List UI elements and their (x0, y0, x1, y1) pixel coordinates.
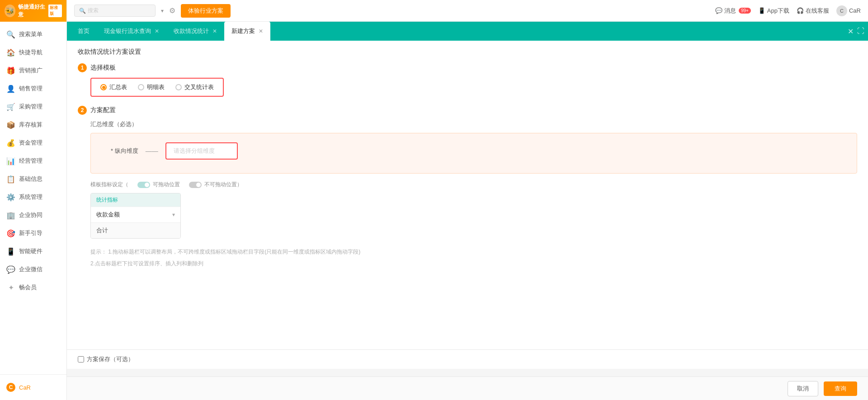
tab-bank-query[interactable]: 现金银行流水查询 ✕ (97, 22, 166, 41)
save-checkbox[interactable] (78, 356, 84, 362)
header-search-placeholder: 搜索 (88, 7, 99, 14)
user-avatar-small: C (836, 5, 847, 16)
legend-not-draggable-label: 不可拖动位置） (204, 181, 242, 188)
radio-detail-btn[interactable] (138, 84, 144, 90)
tab-new-plan[interactable]: 新建方案 ✕ (224, 22, 270, 41)
radio-summary[interactable]: 汇总表 (100, 83, 127, 91)
header-right: 💬 消息 99+ 📱 App下载 🎧 在线客服 C CaR (715, 5, 861, 16)
tab-close-all-icon[interactable]: ✕ (848, 27, 854, 36)
gift-icon: 🎁 (6, 66, 15, 75)
radio-summary-btn[interactable] (100, 84, 107, 90)
search-icon: 🔍 (6, 30, 15, 39)
sidebar-item-label: 畅会员 (19, 283, 37, 292)
sidebar-item-finance[interactable]: 💰 资金管理 (0, 134, 66, 152)
main: 🔍 搜索 ▾ ⚙ 体验行业方案 💬 消息 99+ 📱 App下载 🎧 在线客服 (67, 0, 868, 400)
header: 🔍 搜索 ▾ ⚙ 体验行业方案 💬 消息 99+ 📱 App下载 🎧 在线客服 (67, 0, 868, 22)
section2-label: 方案配置 (90, 106, 116, 114)
sidebar-item-label: 营销推广 (19, 66, 42, 75)
notification-badge: 99+ (739, 8, 751, 14)
tab-home[interactable]: 首页 (71, 22, 97, 41)
tab-new-plan-close[interactable]: ✕ (259, 28, 263, 34)
bottom-bar: 取消 查询 (67, 376, 868, 400)
query-button[interactable]: 查询 (824, 381, 857, 396)
tab-receipt-stats[interactable]: 收款情况统计 ✕ (166, 22, 224, 41)
member-icon: ✦ (6, 283, 15, 292)
sidebar-item-search[interactable]: 🔍 搜索菜单 (0, 25, 66, 43)
sidebar-item-basic-info[interactable]: 📋 基础信息 (0, 170, 66, 188)
tab-bank-query-close[interactable]: ✕ (155, 28, 159, 34)
avatar-icon: C (6, 383, 15, 392)
download-label: App下载 (767, 7, 789, 15)
indicator-cell-label: 收款金额 (96, 211, 120, 219)
dimension-arrow: —— (146, 147, 158, 155)
sidebar-item-enterprise[interactable]: 🏢 企业协同 (0, 206, 66, 224)
sidebar-item-quick-nav[interactable]: 🏠 快捷导航 (0, 43, 66, 61)
section1-num: 1 (78, 63, 87, 72)
indicator-footer: 合计 (91, 222, 180, 238)
sidebar-item-member[interactable]: ✦ 畅会员 (0, 278, 66, 296)
header-chevron-icon[interactable]: ▾ (161, 8, 164, 14)
tip-line-2: 2.点击标题栏下拉可设置排序、插入列和删除列 (90, 259, 857, 269)
indicator-grid: 统计指标 收款金额 ▾ 合计 (90, 193, 181, 239)
cancel-button[interactable]: 取消 (788, 381, 818, 396)
sidebar-item-avatar[interactable]: C CaR (0, 378, 66, 396)
radio-cross-btn[interactable] (175, 84, 182, 90)
header-gear-icon[interactable]: ⚙ (169, 6, 175, 15)
sidebar-item-guide[interactable]: 🎯 新手引导 (0, 224, 66, 242)
dimension-input[interactable]: 请选择分组维度 (165, 142, 238, 160)
sidebar-item-marketing[interactable]: 🎁 营销推广 (0, 61, 66, 80)
industry-btn[interactable]: 体验行业方案 (181, 4, 231, 18)
indicator-section: 模板指标设定（ 可拖动位置 不可拖动位置） 统计指标 (90, 181, 857, 240)
dimension-row: * 纵向维度 —— 请选择分组维度 (102, 142, 846, 160)
section2-num: 2 (78, 106, 87, 115)
download-icon: 📱 (758, 7, 765, 14)
tab-receipt-stats-label: 收款情况统计 (174, 27, 209, 35)
radio-cross-label: 交叉统计表 (184, 83, 214, 91)
indicator-cell-amount[interactable]: 收款金额 ▾ (91, 207, 180, 222)
legend-draggable-item: 可拖动位置 (137, 181, 180, 188)
sidebar-item-label: 搜索菜单 (19, 30, 42, 38)
tab-bank-query-label: 现金银行流水查询 (104, 27, 151, 35)
money-icon: 💰 (6, 138, 15, 147)
sidebar-item-label: 快捷导航 (19, 48, 42, 56)
download-item[interactable]: 📱 App下载 (758, 7, 789, 15)
tab-receipt-stats-close[interactable]: ✕ (212, 28, 217, 34)
tab-home-label: 首页 (78, 27, 90, 35)
sidebar-item-label: 经营管理 (19, 157, 42, 165)
target-icon: 🎯 (6, 229, 15, 238)
radio-cross[interactable]: 交叉统计表 (175, 83, 214, 91)
sidebar-nav: 🔍 搜索菜单 🏠 快捷导航 🎁 营销推广 👤 销售管理 🛒 采购管理 📦 库存核… (0, 22, 66, 374)
sidebar-item-system[interactable]: ⚙️ 系统管理 (0, 188, 66, 206)
sidebar-item-operations[interactable]: 📊 经营管理 (0, 152, 66, 170)
legend-not-draggable-toggle (189, 182, 202, 188)
cell-chevron-icon[interactable]: ▾ (172, 212, 175, 218)
radio-detail[interactable]: 明细表 (138, 83, 165, 91)
sidebar-item-inventory[interactable]: 📦 库存核算 (0, 116, 66, 134)
sidebar-item-label: 企业微信 (19, 265, 42, 273)
sidebar-item-wechat[interactable]: 💬 企业微信 (0, 260, 66, 278)
tab-expand-icon[interactable]: ⛶ (857, 27, 864, 35)
header-search-box[interactable]: 🔍 搜索 (74, 5, 156, 17)
notification-item[interactable]: 💬 消息 99+ (715, 7, 751, 15)
content-inner: 收款情况统计方案设置 1 选择模板 汇总表 明细表 (67, 41, 868, 349)
chart-icon: 📊 (6, 156, 15, 165)
sidebar-item-label: 采购管理 (19, 103, 42, 111)
building-icon: 🏢 (6, 211, 15, 220)
radio-detail-label: 明细表 (147, 83, 165, 91)
sidebar-item-hardware[interactable]: 📱 智能硬件 (0, 242, 66, 260)
logo-icon: 🐝 (5, 5, 15, 17)
service-item[interactable]: 🎧 在线客服 (797, 7, 829, 15)
save-section: 方案保存（可选） (67, 349, 868, 369)
sidebar-item-purchase[interactable]: 🛒 采购管理 (0, 98, 66, 116)
sidebar-username: CaR (19, 384, 31, 391)
clipboard-icon: 📋 (6, 174, 15, 184)
header-search-icon: 🔍 (79, 8, 86, 14)
sidebar-bottom: C CaR (0, 374, 66, 400)
tip-line-1: 提示： 1.拖动标题栏可以调整布局，不可跨维度或指标区域拖动栏目字段(只能在同一… (90, 247, 857, 257)
sidebar-item-label: 资金管理 (19, 139, 42, 147)
user-profile-item[interactable]: C CaR (836, 5, 861, 16)
sidebar-item-sales[interactable]: 👤 销售管理 (0, 80, 66, 98)
sidebar-item-label: 基础信息 (19, 175, 42, 183)
sidebar: 🐝 畅捷通好生意 标准版 🔍 搜索菜单 🏠 快捷导航 🎁 营销推广 👤 销售管理… (0, 0, 67, 400)
page-title: 收款情况统计方案设置 (78, 48, 857, 56)
